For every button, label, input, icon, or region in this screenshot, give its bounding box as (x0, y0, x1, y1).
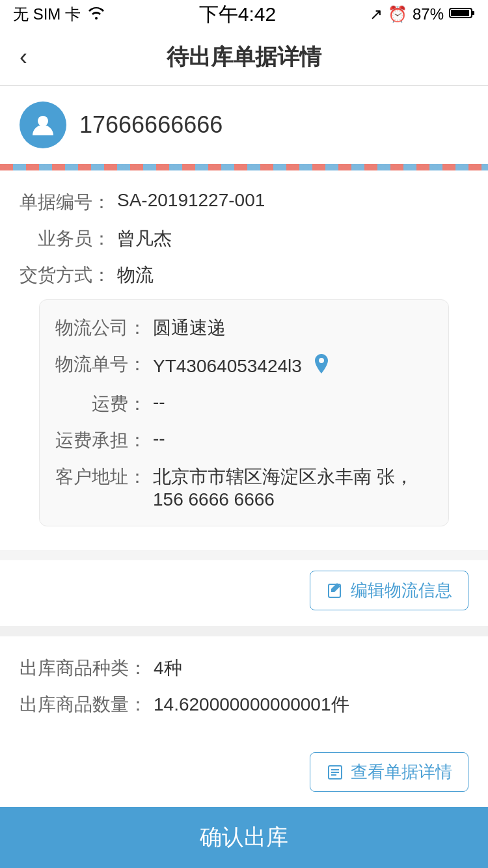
freight-label: 运费： (55, 392, 146, 416)
logistics-company-label: 物流公司： (55, 316, 146, 340)
svg-rect-2 (451, 10, 469, 16)
order-no-value: SA-20191227-001 (117, 190, 468, 211)
order-no-label: 单据编号： (20, 190, 111, 215)
freight-row: 运费： -- (55, 392, 433, 416)
order-info-section: 单据编号： SA-20191227-001 业务员： 曾凡杰 交货方式： 物流 … (0, 170, 488, 550)
svg-point-3 (38, 116, 48, 126)
logistics-card: 物流公司： 圆通速递 物流单号： YT43064053424l3 运费： -- (39, 299, 449, 526)
edit-logistics-wrap: 编辑物流信息 (0, 560, 488, 626)
alarm-icon: ⏰ (388, 5, 407, 23)
edit-logistics-button[interactable]: 编辑物流信息 (310, 571, 468, 610)
wifi-icon (87, 5, 105, 23)
freight-bear-value: -- (153, 428, 433, 449)
goods-type-value: 4种 (154, 656, 182, 681)
confirm-btn-wrap: 确认出库 (0, 807, 488, 868)
customer-header: 17666666666 (0, 86, 488, 164)
page-title: 待出库单据详情 (167, 42, 321, 72)
salesperson-value: 曾凡杰 (117, 226, 468, 251)
map-pin-icon[interactable] (310, 352, 333, 380)
location-status-icon: ↗ (370, 5, 383, 23)
customer-phone: 17666666666 (79, 111, 223, 139)
freight-bear-row: 运费承担： -- (55, 428, 433, 453)
goods-type-label: 出库商品种类： (20, 656, 147, 681)
delivery-label: 交货方式： (20, 263, 111, 288)
goods-section: 出库商品种类： 4种 出库商品数量： 14.620000000000001件 (0, 636, 488, 742)
battery-icon (449, 5, 475, 23)
avatar (20, 102, 66, 148)
svg-rect-1 (472, 11, 474, 15)
delivery-row: 交货方式： 物流 (20, 263, 468, 288)
status-bar: 无 SIM 卡 下午4:42 ↗ ⏰ 87% (0, 0, 488, 29)
freight-bear-label: 运费承担： (55, 428, 146, 453)
section-divider (0, 626, 488, 636)
status-right: ↗ ⏰ 87% (370, 5, 475, 23)
logistics-tracking-label: 物流单号： (55, 352, 146, 377)
status-time: 下午4:42 (199, 1, 276, 28)
goods-type-row: 出库商品种类： 4种 (20, 656, 468, 681)
logistics-tracking-value: YT43064053424l3 (153, 352, 433, 380)
status-left: 无 SIM 卡 (13, 4, 105, 25)
back-button[interactable]: ‹ (20, 44, 27, 71)
view-detail-wrap: 查看单据详情 (0, 742, 488, 807)
freight-value: -- (153, 392, 433, 413)
salesperson-row: 业务员： 曾凡杰 (20, 226, 468, 251)
address-label: 客户地址： (55, 465, 146, 489)
goods-qty-label: 出库商品数量： (20, 692, 147, 717)
nav-bar: ‹ 待出库单据详情 (0, 29, 488, 86)
dashed-separator (0, 164, 488, 170)
goods-qty-row: 出库商品数量： 14.620000000000001件 (20, 692, 468, 717)
view-detail-button[interactable]: 查看单据详情 (310, 752, 468, 792)
address-row: 客户地址： 北京市市辖区海淀区永丰南 张，156 6666 6666 (55, 465, 433, 510)
goods-qty-value: 14.620000000000001件 (154, 692, 349, 717)
battery-text: 87% (413, 5, 444, 23)
confirm-outbound-button[interactable]: 确认出库 (200, 822, 288, 852)
logistics-company-row: 物流公司： 圆通速递 (55, 316, 433, 340)
delivery-value: 物流 (117, 263, 468, 288)
logistics-tracking-row: 物流单号： YT43064053424l3 (55, 352, 433, 380)
salesperson-label: 业务员： (20, 226, 111, 251)
signal-text: 无 SIM 卡 (13, 4, 81, 25)
logistics-company-value: 圆通速递 (153, 316, 433, 340)
address-value: 北京市市辖区海淀区永丰南 张，156 6666 6666 (153, 465, 433, 510)
order-no-row: 单据编号： SA-20191227-001 (20, 190, 468, 215)
